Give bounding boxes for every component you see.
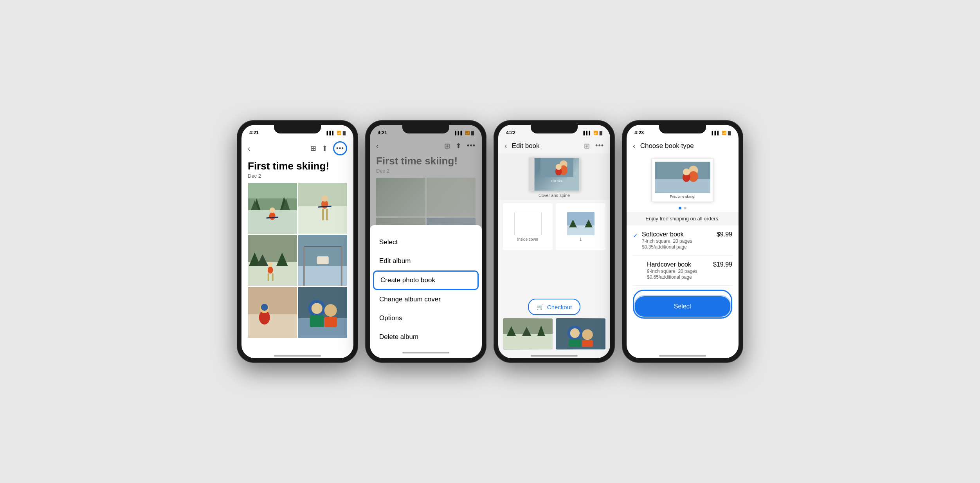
book-type-hardcover[interactable]: Hardcover book 9-inch square, 20 pages $… bbox=[633, 256, 732, 286]
svg-point-8 bbox=[270, 207, 275, 213]
photo-cell-5[interactable] bbox=[248, 287, 297, 338]
phone-4: 4:23 ▌▌▌ 📶 ▓ ‹ Choose book type bbox=[622, 120, 743, 363]
menu-item-create-photo-book[interactable]: Create photo book bbox=[373, 270, 479, 290]
signal-icon: ▌▌▌ bbox=[326, 131, 335, 135]
home-indicator-1 bbox=[274, 355, 321, 357]
svg-point-23 bbox=[268, 262, 273, 267]
add-photo-icon-1[interactable]: ⊞ bbox=[310, 144, 316, 153]
svg-rect-43 bbox=[324, 317, 337, 327]
add-photo-icon-3[interactable]: ⊞ bbox=[584, 142, 590, 150]
svg-rect-54 bbox=[503, 334, 553, 349]
phone-2: 4:21 ▌▌▌ 📶 ▓ ‹ ⊞ ⬆ ••• First time skiing… bbox=[365, 120, 486, 363]
inside-cover-label: Inside cover bbox=[517, 237, 539, 242]
nav-left-3: ‹ Edit book bbox=[504, 141, 540, 150]
checkout-row-3: 🛒 Checkout bbox=[498, 296, 610, 318]
book-cover-preview-large: Edit book Cover and spine bbox=[529, 157, 580, 198]
page-1-cell[interactable]: 1 bbox=[556, 203, 605, 250]
time-3: 4:22 bbox=[506, 130, 515, 135]
book-preview-image bbox=[655, 162, 710, 193]
svg-rect-25 bbox=[272, 273, 274, 281]
bottom-sheet-2: Select Edit album Create photo book Chan… bbox=[370, 225, 482, 358]
inside-cover-blank bbox=[514, 212, 542, 235]
back-button-3[interactable]: ‹ bbox=[504, 141, 507, 150]
photo-cell-1[interactable] bbox=[248, 183, 297, 234]
svg-rect-28 bbox=[303, 247, 304, 286]
photo-grid-1 bbox=[248, 183, 347, 338]
softcover-name: Softcover book bbox=[642, 231, 713, 238]
wifi-icon-3: 📶 bbox=[593, 131, 598, 135]
signal-icon-3: ▌▌▌ bbox=[583, 131, 591, 135]
svg-point-13 bbox=[321, 195, 328, 202]
dot-active bbox=[679, 207, 681, 209]
menu-item-options[interactable]: Options bbox=[370, 309, 482, 328]
book-type-softcover-info: Softcover book 7-inch square, 20 pages $… bbox=[642, 231, 713, 250]
book-spine-3 bbox=[529, 158, 535, 191]
svg-point-36 bbox=[261, 304, 268, 311]
time-1: 4:21 bbox=[249, 130, 259, 135]
page-1-img bbox=[567, 212, 594, 235]
battery-icon: ▓ bbox=[343, 131, 346, 135]
lower-photo-2[interactable] bbox=[556, 318, 605, 350]
svg-rect-24 bbox=[268, 273, 269, 281]
cart-icon: 🛒 bbox=[537, 303, 544, 310]
photo-svg-5 bbox=[248, 287, 297, 338]
menu-item-select[interactable]: Select bbox=[370, 233, 482, 252]
nav-left-1: ‹ bbox=[248, 144, 250, 153]
hardcover-desc1: 9-inch square, 20 pages bbox=[647, 269, 709, 274]
book-type-hardcover-info: Hardcover book 9-inch square, 20 pages $… bbox=[647, 261, 709, 280]
checkout-button[interactable]: 🛒 Checkout bbox=[528, 299, 580, 315]
screen-3: 4:22 ▌▌▌ 📶 ▓ ‹ Edit book ⊞ ••• bbox=[498, 125, 610, 358]
book-type-softcover[interactable]: ✓ Softcover book 7-inch square, 20 pages… bbox=[633, 225, 732, 256]
wifi-icon-4: 📶 bbox=[722, 131, 726, 135]
cover-preview-area: Edit book Cover and spine bbox=[498, 153, 610, 200]
carousel-dots bbox=[633, 207, 732, 209]
check-icon-softcover: ✓ bbox=[633, 232, 638, 239]
screen4-title: Choose book type bbox=[640, 142, 694, 150]
svg-point-7 bbox=[269, 212, 276, 220]
battery-icon-4: ▓ bbox=[728, 131, 731, 135]
back-button-4[interactable]: ‹ bbox=[633, 141, 636, 150]
more-menu-button-1[interactable]: ••• bbox=[333, 141, 347, 155]
photo-cell-4[interactable] bbox=[298, 235, 348, 286]
svg-rect-15 bbox=[326, 209, 328, 220]
svg-rect-42 bbox=[310, 315, 324, 327]
nav-right-1: ⊞ ⬆ ••• bbox=[310, 141, 347, 155]
select-button[interactable]: Select bbox=[635, 296, 730, 317]
inside-cover-cell[interactable]: Inside cover bbox=[503, 203, 553, 250]
album-date-1: Dec 2 bbox=[248, 173, 347, 179]
svg-point-48 bbox=[556, 164, 562, 170]
svg-point-61 bbox=[582, 329, 593, 340]
cover-label-3: Cover and spine bbox=[529, 193, 580, 198]
screen-4: 4:23 ▌▌▌ 📶 ▓ ‹ Choose book type bbox=[627, 125, 739, 358]
photo-cell-3[interactable] bbox=[248, 235, 297, 286]
photo-svg-4 bbox=[298, 235, 348, 286]
back-button-1[interactable]: ‹ bbox=[248, 144, 250, 153]
menu-item-edit-album[interactable]: Edit album bbox=[370, 252, 482, 270]
svg-rect-27 bbox=[298, 266, 348, 286]
menu-item-delete-album[interactable]: Delete album bbox=[370, 328, 482, 346]
lower-photo-1[interactable] bbox=[503, 318, 553, 350]
photo-svg-6 bbox=[298, 287, 348, 338]
svg-rect-2 bbox=[248, 183, 297, 198]
photo-svg-3 bbox=[248, 235, 297, 286]
svg-rect-14 bbox=[322, 209, 324, 220]
photo-svg-1 bbox=[248, 183, 297, 234]
cover-title-3: Edit book bbox=[535, 179, 579, 183]
book-cover-img-3: Edit book bbox=[535, 158, 579, 191]
lower-photo-svg-1 bbox=[503, 318, 553, 350]
svg-rect-62 bbox=[569, 339, 581, 347]
photo-svg-2 bbox=[298, 183, 348, 234]
nav-bar-4: ‹ Choose book type bbox=[627, 139, 739, 153]
battery-icon-3: ▓ bbox=[600, 131, 602, 135]
status-icons-3: ▌▌▌ 📶 ▓ bbox=[583, 131, 602, 135]
notch-1 bbox=[274, 125, 321, 133]
more-menu-button-3[interactable]: ••• bbox=[595, 142, 604, 150]
photo-cell-6[interactable] bbox=[298, 287, 348, 338]
share-icon-1[interactable]: ⬆ bbox=[322, 144, 328, 153]
photo-cell-2[interactable] bbox=[298, 183, 348, 234]
menu-item-change-cover[interactable]: Change album cover bbox=[370, 290, 482, 309]
free-shipping-banner: Enjoy free shipping on all orders. bbox=[627, 212, 739, 225]
nav-right-3: ⊞ ••• bbox=[584, 142, 604, 150]
hardcover-name: Hardcover book bbox=[647, 261, 709, 268]
dot-inactive bbox=[684, 207, 686, 209]
